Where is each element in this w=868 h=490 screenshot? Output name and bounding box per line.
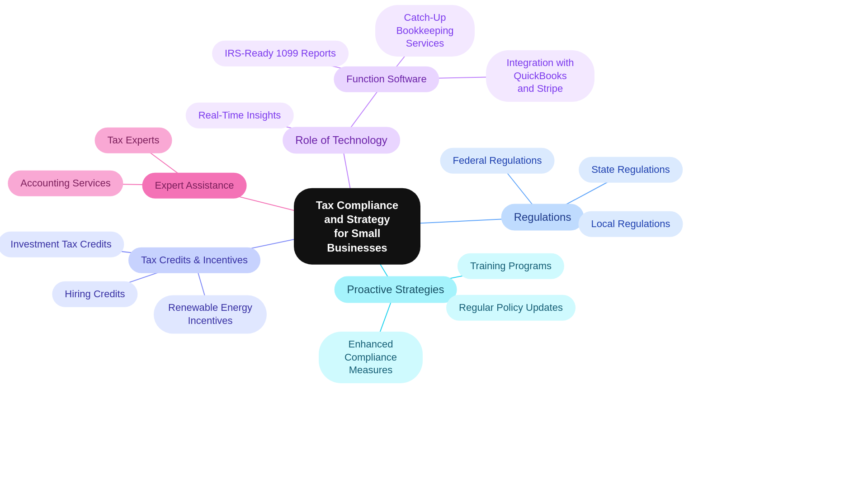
enhanced-compliance-node: Enhanced Compliance Measures [319,332,423,383]
catch-up-bookkeeping-node: Catch-Up Bookkeeping Services [375,5,475,57]
role-of-technology-node: Role of Technology [283,127,400,153]
expert-assistance-node: Expert Assistance [142,173,247,199]
integration-quickbooks-node: Integration with QuickBooks and Stripe [486,50,594,102]
irs-1099-node: IRS-Ready 1099 Reports [212,41,349,67]
center-node: Tax Compliance and Strategy for Small Bu… [294,188,420,265]
renewable-energy-node: Renewable Energy Incentives [154,295,267,333]
proactive-strategies-node: Proactive Strategies [335,276,457,303]
tax-experts-node: Tax Experts [95,128,172,153]
local-regulations-node: Local Regulations [579,211,683,237]
state-regulations-node: State Regulations [579,157,683,183]
hiring-credits-node: Hiring Credits [52,281,137,307]
federal-regulations-node: Federal Regulations [440,148,555,174]
regular-policy-updates-node: Regular Policy Updates [446,295,576,321]
accounting-services-node: Accounting Services [8,171,123,196]
training-programs-node: Training Programs [458,253,564,279]
tax-credits-node: Tax Credits & Incentives [128,247,260,273]
mind-map: Tax Compliance and Strategy for Small Bu… [0,0,868,490]
regulations-node: Regulations [501,204,584,230]
investment-tax-credits-node: Investment Tax Credits [0,232,124,257]
function-software-node: Function Software [334,67,439,92]
real-time-insights-node: Real-Time Insights [186,103,294,128]
